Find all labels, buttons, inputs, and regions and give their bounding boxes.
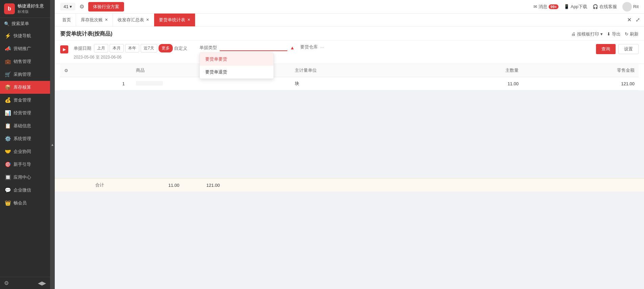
logo-sub: 标准版	[18, 9, 44, 14]
page-title-bar: 要货单统计表(按商品) 🖨 按模板打印 ▾ ⬇ 导出 ↻ 刷新	[55, 26, 644, 41]
filter-expand-button[interactable]: ▶	[60, 45, 68, 53]
row-quantity-cell: 11.00	[427, 77, 523, 90]
sidebar: b 畅捷通好生意 标准版 🔍 搜索菜单 ⚡ 快捷导航 📣 营销推广 💼 销售管理…	[0, 0, 50, 289]
col-settings-header[interactable]: ⚙	[60, 64, 115, 77]
export-action[interactable]: ⬇ 导出	[607, 31, 621, 37]
dropdown-item-return[interactable]: 要货单退货	[200, 66, 273, 79]
col-amount-header: 零售金额	[523, 64, 639, 77]
online-service-item[interactable]: 🎧 在线客服	[593, 4, 617, 10]
print-template-label: 按模板打印	[577, 31, 599, 37]
sidebar-item-quick-nav[interactable]: ⚡ 快捷导航	[0, 29, 50, 42]
type-input[interactable]	[220, 44, 287, 51]
query-button[interactable]: 查询	[596, 44, 616, 54]
tab-order-stats[interactable]: 要货单统计表 ✕	[154, 14, 195, 26]
tab-inventory-batch[interactable]: 库存批次账 ✕	[76, 14, 113, 26]
sidebar-item-purchase[interactable]: 🛒 采购管理	[0, 68, 50, 81]
footer-total: 合计 11.00 121.00	[55, 178, 644, 192]
date-btn-this-year[interactable]: 本年	[125, 44, 139, 52]
messages-item[interactable]: ✉ 消息 99+	[533, 4, 558, 10]
sidebar-item-label: 采购管理	[14, 71, 31, 77]
scroll-arrow-up: ▲	[51, 143, 54, 147]
sidebar-item-label: 经营管理	[14, 110, 31, 116]
vip-icon: 👑	[5, 200, 11, 206]
title-actions: 🖨 按模板打印 ▾ ⬇ 导出 ↻ 刷新	[571, 31, 639, 37]
date-btn-this-month[interactable]: 本月	[110, 44, 124, 52]
sidebar-item-label: 基础信息	[14, 123, 31, 129]
sidebar-item-system[interactable]: ⚙️ 系统管理	[0, 132, 50, 145]
page-content: 要货单统计表(按商品) 🖨 按模板打印 ▾ ⬇ 导出 ↻ 刷新	[55, 26, 644, 289]
sidebar-nav: ⚡ 快捷导航 📣 营销推广 💼 销售管理 🛒 采购管理 📦 库存核算 💰 资金管…	[0, 29, 50, 277]
app-center-icon: 🔲	[5, 174, 11, 180]
sidebar-item-basics[interactable]: 📋 基础信息	[0, 119, 50, 132]
row-index-cell: 1	[115, 77, 132, 90]
logo-name: 畅捷通好生意	[18, 3, 44, 9]
app-download-label: App下载	[571, 4, 587, 10]
type-filter-section: 单据类型 ▲ 要货单要货 要货单退货	[199, 44, 295, 51]
sidebar-item-label: 库存核算	[14, 84, 31, 90]
username: Rit	[633, 4, 639, 9]
tab-inventory-batch-label: 库存批次账	[81, 17, 103, 23]
user-avatar-item[interactable]: Rit	[622, 2, 639, 12]
sidebar-search[interactable]: 🔍 搜索菜单	[0, 18, 50, 29]
finance-icon: 💰	[5, 97, 11, 103]
sidebar-item-enterprise[interactable]: 🤝 企业协同	[0, 145, 50, 158]
refresh-action[interactable]: ↻ 刷新	[625, 31, 639, 37]
page-inner: 要货单统计表(按商品) 🖨 按模板打印 ▾ ⬇ 导出 ↻ 刷新	[55, 26, 644, 90]
sidebar-item-label: 销售管理	[14, 59, 31, 65]
warehouse-label: 要货仓库	[300, 44, 318, 50]
tab-receive-summary[interactable]: 收发存汇总表 ✕	[113, 14, 154, 26]
main-area: 41 ▾ ⚙ 体验行业方案 ✉ 消息 99+ 📱 App下载 🎧 在线客服 R	[55, 0, 644, 289]
sidebar-item-label: 企业协同	[14, 149, 31, 155]
date-label: 单据日期	[74, 45, 91, 51]
footer-quantity-value: 11.00	[168, 183, 180, 188]
date-buttons: 上月 本月 本年 近7天 更多 自定义	[94, 44, 187, 52]
chevron-up-icon[interactable]: ▲	[290, 45, 295, 50]
sidebar-item-operations[interactable]: 📊 经营管理	[0, 107, 50, 119]
company-dropdown[interactable]: 41 ▾	[60, 3, 75, 10]
sidebar-item-app-center[interactable]: 🔲 应用中心	[0, 171, 50, 184]
sidebar-item-inventory[interactable]: 📦 库存核算	[0, 81, 50, 94]
tabs-expand-button[interactable]: ⤢	[634, 15, 641, 24]
header-left: 41 ▾ ⚙ 体验行业方案	[60, 2, 124, 12]
print-template-action[interactable]: 🖨 按模板打印 ▾	[571, 31, 603, 37]
date-btn-more[interactable]: 更多	[159, 44, 173, 52]
basics-icon: 📋	[5, 123, 11, 129]
trial-button[interactable]: 体验行业方案	[88, 2, 124, 12]
gear-icon[interactable]: ⚙	[79, 3, 84, 10]
tab-home[interactable]: 首页	[57, 14, 76, 26]
sidebar-item-label: 快捷导航	[14, 33, 31, 39]
dropdown-item-order[interactable]: 要货单要货	[200, 53, 273, 66]
avatar	[622, 2, 632, 12]
table-body: 1 块 11.00 121.00	[60, 77, 639, 90]
tab-inventory-batch-close[interactable]: ✕	[105, 18, 108, 22]
tabs-bar: 首页 库存批次账 ✕ 收发存汇总表 ✕ 要货单统计表 ✕ ✕ ⤢	[55, 14, 644, 26]
sidebar-item-sales[interactable]: 💼 销售管理	[0, 55, 50, 68]
table-row: 1 块 11.00 121.00	[60, 77, 639, 90]
warehouse-ellipsis-button[interactable]: ···	[320, 45, 324, 50]
sidebar-item-guide[interactable]: 🎯 新手引导	[0, 158, 50, 171]
tabs-close-all-button[interactable]: ✕	[626, 15, 633, 24]
footer-total-label: 合计	[95, 182, 104, 188]
settings-button[interactable]: 设置	[618, 44, 639, 54]
collapse-icon[interactable]: ◀▶	[38, 280, 46, 286]
tab-order-stats-close[interactable]: ✕	[187, 18, 190, 22]
sidebar-item-finance[interactable]: 💰 资金管理	[0, 94, 50, 107]
inventory-icon: 📦	[5, 84, 11, 90]
table-header: ⚙ 商品 主计量单位 主数量 零售金额	[60, 64, 639, 77]
sidebar-item-vip[interactable]: 👑 畅会员	[0, 197, 50, 209]
date-btn-last-month[interactable]: 上月	[94, 44, 108, 52]
sidebar-item-wechat[interactable]: 💬 企业微信	[0, 184, 50, 197]
enterprise-icon: 🤝	[5, 149, 11, 155]
refresh-label: 刷新	[630, 31, 639, 37]
col-unit-header: 主计量单位	[291, 64, 427, 77]
sidebar-scroll-handle[interactable]: ▲	[50, 0, 55, 289]
app-download-item[interactable]: 📱 App下载	[564, 4, 587, 10]
system-icon: ⚙️	[5, 136, 11, 142]
tab-order-stats-label: 要货单统计表	[159, 17, 185, 23]
col-quantity-header: 主数量	[427, 64, 523, 77]
settings-bottom-icon[interactable]: ⚙	[4, 280, 9, 286]
date-btn-last-7-days[interactable]: 近7天	[141, 44, 157, 52]
chevron-down-icon: ▾	[70, 4, 72, 9]
tab-receive-summary-close[interactable]: ✕	[146, 18, 149, 22]
sidebar-item-marketing[interactable]: 📣 营销推广	[0, 42, 50, 55]
